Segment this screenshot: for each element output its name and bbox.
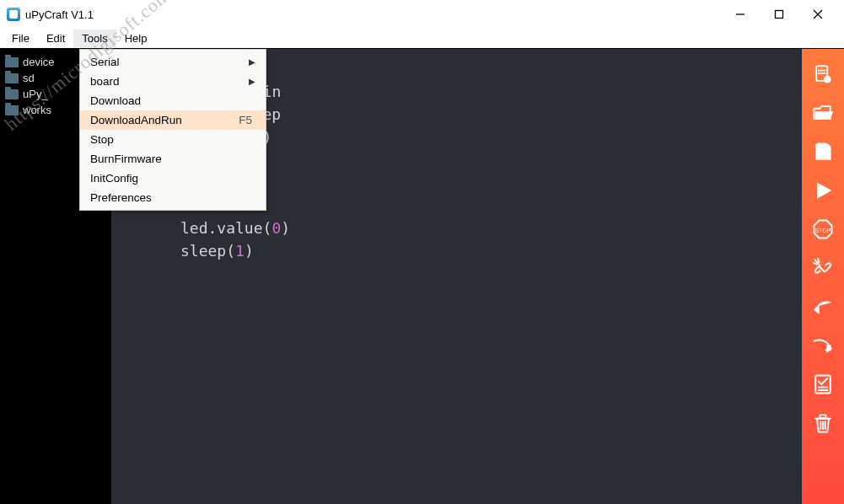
folder-icon xyxy=(5,89,19,99)
open-file-button[interactable] xyxy=(809,99,836,126)
new-file-button[interactable] xyxy=(809,61,836,88)
stop-button[interactable]: STOP xyxy=(809,216,836,243)
svg-marker-12 xyxy=(817,182,832,198)
redo-button[interactable] xyxy=(809,332,836,359)
tools-serial[interactable]: Serial▶ xyxy=(80,52,266,72)
menubar: File Edit Tools Help xyxy=(0,29,844,49)
menu-tools[interactable]: Tools xyxy=(73,29,116,47)
tools-download-and-run[interactable]: DownloadAndRunF5 xyxy=(80,110,266,130)
app-title: uPyCraft V1.1 xyxy=(25,8,94,21)
undo-button[interactable] xyxy=(809,293,836,320)
connect-button[interactable] xyxy=(809,255,836,281)
svg-rect-28 xyxy=(820,415,826,418)
minimize-button[interactable] xyxy=(721,2,760,27)
submenu-arrow-icon: ▶ xyxy=(249,77,255,86)
svg-line-18 xyxy=(814,263,817,265)
tools-dropdown: Serial▶ board▶ Download DownloadAndRunF5… xyxy=(79,49,266,211)
folder-icon xyxy=(5,57,19,67)
menu-help[interactable]: Help xyxy=(116,29,156,47)
clear-button[interactable] xyxy=(809,410,836,437)
syntax-check-button[interactable] xyxy=(809,371,836,398)
app-icon xyxy=(7,8,20,21)
tools-burn-firmware[interactable]: BurnFirmware xyxy=(80,149,266,169)
svg-line-17 xyxy=(818,259,820,262)
menu-edit[interactable]: Edit xyxy=(38,29,73,47)
run-button[interactable] xyxy=(809,177,836,204)
svg-rect-1 xyxy=(776,11,783,19)
maximize-button[interactable] xyxy=(760,2,798,27)
svg-text:STOP: STOP xyxy=(815,228,831,233)
submenu-arrow-icon: ▶ xyxy=(249,57,255,67)
window-controls xyxy=(721,2,837,27)
save-button[interactable] xyxy=(809,138,836,165)
tools-init-config[interactable]: InitConfig xyxy=(80,169,266,188)
folder-icon xyxy=(5,73,19,83)
right-toolbar: STOP xyxy=(802,49,844,504)
tools-download[interactable]: Download xyxy=(80,91,266,110)
titlebar: uPyCraft V1.1 xyxy=(0,0,844,29)
shortcut-label: F5 xyxy=(239,114,255,126)
menu-file[interactable]: File xyxy=(3,29,38,47)
close-button[interactable] xyxy=(798,2,837,27)
folder-icon xyxy=(5,105,19,115)
tools-board[interactable]: board▶ xyxy=(80,72,266,91)
tools-preferences[interactable]: Preferences xyxy=(80,188,266,207)
tools-stop[interactable]: Stop xyxy=(80,130,266,149)
